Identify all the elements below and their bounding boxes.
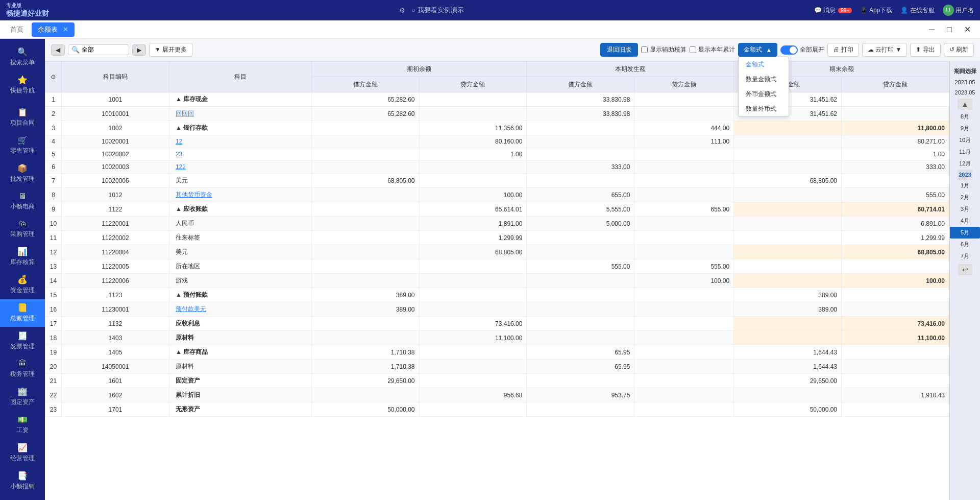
auxiliary-checkbox-input[interactable] xyxy=(641,46,648,53)
sidebar-item-basic-info[interactable]: ℹ 基础信息 xyxy=(0,495,45,500)
cloud-print-btn[interactable]: ☁ 云打印 ▼ xyxy=(862,43,908,57)
sidebar-item-search[interactable]: 🔍 搜索菜单 xyxy=(0,43,45,71)
sidebar-item-capital[interactable]: 💰 资金管理 xyxy=(0,271,45,299)
name-header: 科目 xyxy=(169,62,311,92)
tab-close-btn[interactable]: ✕ xyxy=(959,22,976,36)
sales-report-icon: 📑 xyxy=(17,471,28,481)
sidebar-item-sales-report[interactable]: 📑 小畅报销 xyxy=(0,467,45,495)
top-bar-right: 💬 消息 99+ 📱 App下载 👤 在线客服 U 用户名 xyxy=(814,5,974,16)
period-2023-05-b[interactable]: 2023.05 xyxy=(950,87,980,98)
account-link[interactable]: 122 xyxy=(176,163,186,171)
sidebar-item-invoice[interactable]: 🧾 发票管理 xyxy=(0,327,45,355)
sidebar-item-inventory[interactable]: 📊 库存核算 xyxy=(0,243,45,271)
account-link[interactable]: 12 xyxy=(176,138,182,145)
annual-checkbox-input[interactable] xyxy=(690,46,696,53)
format-option-quantity-foreign[interactable]: 数量外币式 xyxy=(739,102,789,116)
expand-all-switch[interactable] xyxy=(780,45,798,55)
row-num: 17 xyxy=(45,317,62,331)
refresh-btn[interactable]: ↺ 刷新 xyxy=(944,43,974,57)
tab-maximize-btn[interactable]: □ xyxy=(942,23,957,36)
period-6[interactable]: 6月 xyxy=(950,239,980,250)
period-7[interactable]: 7月 xyxy=(950,250,980,262)
nav-back-btn[interactable]: ◀ xyxy=(51,44,65,56)
row-closing-credit xyxy=(842,259,949,274)
account-name: ▲ 应收账款 xyxy=(176,205,208,212)
account-link[interactable]: 23 xyxy=(176,151,182,158)
row-opening-debit xyxy=(311,317,419,331)
row-period-credit: 555.00 xyxy=(634,259,734,274)
operations-icon: 📈 xyxy=(17,443,28,453)
row-closing-credit: 100.00 xyxy=(842,274,949,288)
period-12[interactable]: 12月 xyxy=(950,158,980,170)
row-opening-credit xyxy=(419,161,527,174)
sidebar-item-retail[interactable]: 🛒 零售管理 xyxy=(0,131,45,159)
app-download-btn[interactable]: 📱 App下载 xyxy=(860,6,892,15)
period-9[interactable]: 9月 xyxy=(950,123,980,134)
row-period-debit: 65.95 xyxy=(527,360,634,374)
expand-more-btn[interactable]: ▼ 展开更多 xyxy=(149,43,192,57)
sidebar-item-wholesale[interactable]: 📦 批发管理 xyxy=(0,159,45,187)
account-link[interactable]: 预付款美元 xyxy=(176,305,206,313)
sidebar-label-retail: 零售管理 xyxy=(10,147,35,155)
tab-close-balance[interactable]: ✕ xyxy=(63,26,68,33)
period-8[interactable]: 8月 xyxy=(950,111,980,123)
online-service-btn[interactable]: 👤 在线客服 xyxy=(900,6,934,15)
settings-icon-top[interactable]: ⚙ xyxy=(399,7,405,14)
sidebar-label-tax: 税务管理 xyxy=(10,370,35,378)
period-2023-05-a[interactable]: 2023.05 xyxy=(950,77,980,87)
account-name: 游戏 xyxy=(176,277,188,284)
settings-header[interactable]: ⚙ xyxy=(45,62,62,92)
row-code: 1403 xyxy=(62,331,169,345)
row-opening-debit xyxy=(311,135,419,148)
account-link[interactable]: 回回回 xyxy=(176,110,194,117)
row-code: 1122 xyxy=(62,202,169,217)
tab-home[interactable]: 首页 xyxy=(4,22,30,37)
row-name: 往来标签 xyxy=(169,231,311,245)
format-option-amount[interactable]: 金额式 xyxy=(739,57,789,72)
message-btn[interactable]: 💬 消息 99+ xyxy=(814,6,852,15)
tab-balance[interactable]: 余额表 ✕ xyxy=(32,22,75,37)
sidebar-item-quick-nav[interactable]: ⭐ 快捷导航 xyxy=(0,71,45,99)
row-num: 12 xyxy=(45,245,62,259)
sidebar-item-operations[interactable]: 📈 经营管理 xyxy=(0,439,45,467)
row-closing-debit: 29,650.00 xyxy=(734,374,842,388)
row-code: 10020002 xyxy=(62,148,169,161)
period-1[interactable]: 1月 xyxy=(950,180,980,192)
period-2[interactable]: 2月 xyxy=(950,192,980,203)
row-name: 所在地区 xyxy=(169,259,311,274)
account-link[interactable]: 其他货币资金 xyxy=(176,191,212,198)
return-old-btn[interactable]: 退回旧版 xyxy=(600,43,638,57)
format-option-quantity-amount[interactable]: 数量金额式 xyxy=(739,72,789,87)
row-closing-credit: 6,891.00 xyxy=(842,217,949,231)
period-11[interactable]: 11月 xyxy=(950,146,980,158)
period-3[interactable]: 3月 xyxy=(950,203,980,215)
demo-link[interactable]: ○ 我要看实例演示 xyxy=(411,6,463,15)
current-header: 本期发生额 xyxy=(527,62,734,77)
sidebar-item-project[interactable]: 📋 项目合同 xyxy=(0,103,45,131)
sidebar-item-ecommerce[interactable]: 🖥 小畅电商 xyxy=(0,187,45,215)
row-opening-debit xyxy=(311,245,419,259)
period-down-btn[interactable]: ↩ xyxy=(958,264,972,275)
period-10[interactable]: 10月 xyxy=(950,134,980,146)
row-name: 美元 xyxy=(169,245,311,259)
inventory-icon: 📊 xyxy=(17,247,28,256)
user-avatar[interactable]: U 用户名 xyxy=(943,5,974,16)
sidebar-item-assets[interactable]: 🏢 固定资产 xyxy=(0,383,45,411)
sidebar-item-accounting[interactable]: 📒 总账管理 xyxy=(0,299,45,327)
period-4[interactable]: 4月 xyxy=(950,215,980,227)
sidebar-item-tax[interactable]: 🏛 税务管理 xyxy=(0,355,45,383)
export-btn[interactable]: ⬆ 导出 xyxy=(910,43,940,57)
print-btn[interactable]: 🖨 打印 xyxy=(827,43,859,57)
nav-forward-btn[interactable]: ▶ xyxy=(132,44,146,56)
search-input[interactable] xyxy=(82,46,112,54)
sidebar-item-salary[interactable]: 💵 工资 xyxy=(0,411,45,439)
sidebar-item-purchase[interactable]: 🛍 采购管理 xyxy=(0,215,45,243)
period-up-btn[interactable]: ▲ xyxy=(958,99,973,110)
period-5[interactable]: 5月 xyxy=(950,227,980,239)
row-period-credit xyxy=(634,288,734,302)
format-option-foreign-amount[interactable]: 外币金额式 xyxy=(739,87,789,102)
row-code: 1601 xyxy=(62,374,169,388)
format-dropdown-btn[interactable]: 金额式 ▲ xyxy=(738,43,778,57)
table-row: 15 1123 ▲ 预付账款 389.00 389.00 xyxy=(45,288,949,302)
tab-minimize-btn[interactable]: ─ xyxy=(924,23,940,36)
